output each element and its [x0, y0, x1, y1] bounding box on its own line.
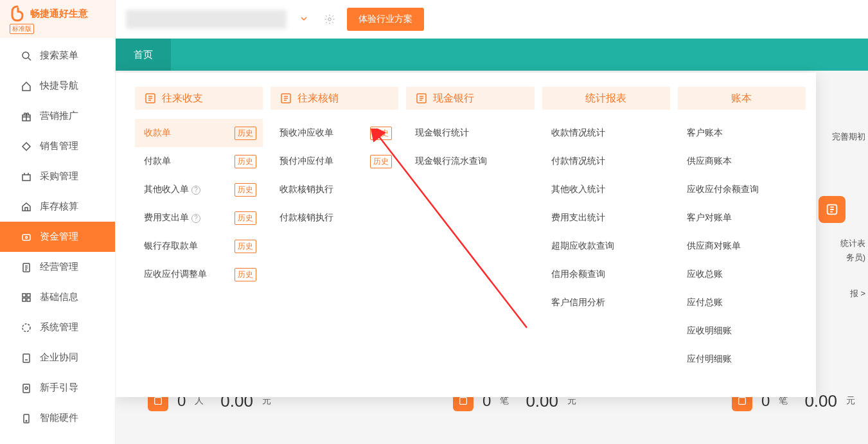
mega-menu-item[interactable]: 收款核销执行	[270, 175, 398, 204]
grid-icon	[21, 292, 32, 303]
mega-section-header: 现金银行	[406, 87, 534, 110]
nav-list: 搜索菜单快捷导航营销推广销售管理采购管理库存核算资金管理经营管理基础信息系统管理…	[0, 38, 115, 433]
mega-item-label: 现金银行统计	[415, 127, 469, 139]
guide-icon	[21, 382, 32, 394]
mega-menu-item[interactable]: 预付冲应付单历史	[270, 147, 398, 175]
topbar: 体验行业方案	[116, 0, 868, 39]
svg-rect-9	[22, 298, 26, 301]
mega-menu-item[interactable]: 费用支出单?历史	[135, 204, 263, 232]
logo-area: 畅捷通好生意 标准版	[0, 0, 115, 38]
svg-point-0	[22, 52, 29, 58]
sidebar-item-gift[interactable]: 营销推广	[0, 101, 115, 131]
mega-section-title: 往来核销	[297, 92, 339, 105]
mega-menu-item[interactable]: 收款单历史	[135, 119, 263, 147]
mega-menu-item[interactable]: 其他收入单?历史	[135, 175, 263, 204]
logo-icon	[10, 5, 25, 22]
mega-menu-item[interactable]: 超期应收款查询	[542, 232, 670, 260]
sidebar-item-wallet[interactable]: 资金管理	[0, 222, 115, 252]
help-icon[interactable]: ?	[191, 186, 200, 195]
history-tag[interactable]: 历史	[370, 127, 392, 140]
mega-menu-item[interactable]: 供应商账本	[678, 147, 806, 175]
mega-menu-item[interactable]: 付款情况统计	[542, 147, 670, 175]
sidebar-item-label: 销售管理	[40, 140, 78, 152]
mega-item-label: 供应商账本	[687, 155, 732, 167]
mega-column: 统计报表收款情况统计付款情况统计其他收入统计费用支出统计超期应收款查询信用余额查…	[542, 87, 670, 384]
mega-section-title: 往来收支	[162, 92, 203, 105]
history-tag[interactable]: 历史	[235, 127, 256, 140]
mega-menu-item[interactable]: 现金银行统计	[406, 119, 534, 147]
mega-item-label: 供应商对账单	[687, 240, 741, 252]
sidebar-item-device[interactable]: 智能硬件	[0, 403, 115, 433]
history-tag[interactable]: 历史	[235, 183, 256, 197]
history-tag[interactable]: 历史	[235, 268, 256, 281]
mega-menu-item[interactable]: 付款单历史	[135, 147, 263, 175]
mega-menu-item[interactable]: 应付明细账	[678, 345, 806, 373]
mega-section-header: 往来核销	[270, 87, 398, 110]
mega-menu-item[interactable]: 客户对账单	[678, 204, 806, 232]
sidebar-item-grid[interactable]: 基础信息	[0, 282, 115, 312]
sidebar-item-label: 基础信息	[40, 291, 78, 303]
search-icon	[21, 50, 32, 62]
mega-item-label: 付款单	[144, 155, 171, 167]
org-dropdown-chevron-icon[interactable]	[296, 14, 312, 25]
mega-item-label: 客户信用分析	[551, 297, 605, 308]
sidebar-item-guide[interactable]: 新手引导	[0, 373, 115, 403]
sidebar-item-search[interactable]: 搜索菜单	[0, 40, 115, 71]
svg-point-16	[26, 420, 27, 422]
history-tag[interactable]: 历史	[235, 240, 256, 253]
mega-menu-item[interactable]: 应收应付调整单历史	[135, 260, 263, 289]
device-icon	[21, 413, 32, 424]
mega-menu-item[interactable]: 应收总账	[678, 260, 806, 289]
settings-gear-icon[interactable]	[321, 11, 338, 28]
floating-badge-icon[interactable]	[819, 196, 846, 223]
mega-menu-item[interactable]: 收款情况统计	[542, 119, 670, 147]
svg-point-17	[328, 18, 332, 21]
sidebar-item-diamond[interactable]: 销售管理	[0, 131, 115, 161]
tab-home[interactable]: 首页	[116, 39, 171, 71]
mega-item-label: 其他收入单?	[144, 184, 200, 195]
experience-plan-button[interactable]: 体验行业方案	[347, 8, 424, 31]
mega-item-label: 收款核销执行	[279, 184, 333, 195]
svg-rect-20	[460, 398, 467, 405]
team-icon	[21, 352, 32, 364]
sidebar-item-home[interactable]: 快捷导航	[0, 71, 115, 101]
history-tag[interactable]: 历史	[370, 155, 392, 168]
sidebar-item-label: 企业协同	[40, 351, 78, 364]
mega-item-label: 收款情况统计	[551, 127, 605, 139]
sidebar-item-house[interactable]: 库存核算	[0, 191, 115, 222]
mega-menu-item[interactable]: 银行存取款单历史	[135, 232, 263, 260]
mega-item-label: 预付冲应付单	[279, 155, 333, 167]
svg-rect-12	[23, 354, 30, 362]
mega-item-label: 应付明细账	[687, 353, 732, 365]
sidebar-item-team[interactable]: 企业协同	[0, 342, 115, 373]
sidebar-item-label: 智能硬件	[40, 412, 78, 424]
mega-menu-item[interactable]: 客户信用分析	[542, 289, 670, 317]
mega-menu-item[interactable]: 应付总账	[678, 289, 806, 317]
hint-text: 务员)	[829, 249, 868, 266]
mega-item-label: 银行存取款单	[144, 240, 198, 252]
mega-item-label: 信用余额查询	[551, 269, 605, 280]
mega-item-label: 应收应付调整单	[144, 269, 207, 280]
mega-menu-item[interactable]: 客户账本	[678, 119, 806, 147]
mega-menu-item[interactable]: 应收明细账	[678, 317, 806, 345]
mega-menu-item[interactable]: 信用余额查询	[542, 260, 670, 289]
svg-rect-19	[155, 398, 162, 405]
mega-menu-item[interactable]: 费用支出统计	[542, 204, 670, 232]
mega-menu-item[interactable]: 供应商对账单	[678, 232, 806, 260]
sidebar-item-ring[interactable]: 系统管理	[0, 312, 115, 342]
mega-menu-item[interactable]: 付款核销执行	[270, 204, 398, 232]
mega-menu-item[interactable]: 其他收入统计	[542, 175, 670, 204]
mega-item-label: 应收应付余额查询	[687, 184, 759, 195]
svg-point-14	[25, 387, 28, 389]
sidebar-item-clipboard[interactable]: 经营管理	[0, 252, 115, 282]
history-tag[interactable]: 历史	[235, 155, 256, 168]
mega-item-label: 付款核销执行	[279, 212, 333, 224]
help-icon[interactable]: ?	[191, 214, 200, 223]
sidebar-item-cart[interactable]: 采购管理	[0, 161, 115, 191]
mega-menu-item[interactable]: 预收冲应收单历史	[270, 119, 398, 147]
mega-menu-item[interactable]: 应收应付余额查询	[678, 175, 806, 204]
org-name-redacted	[126, 10, 287, 29]
history-tag[interactable]: 历史	[235, 211, 256, 225]
mega-menu-item[interactable]: 现金银行流水查询	[406, 147, 534, 175]
sidebar-item-label: 搜索菜单	[40, 49, 78, 62]
